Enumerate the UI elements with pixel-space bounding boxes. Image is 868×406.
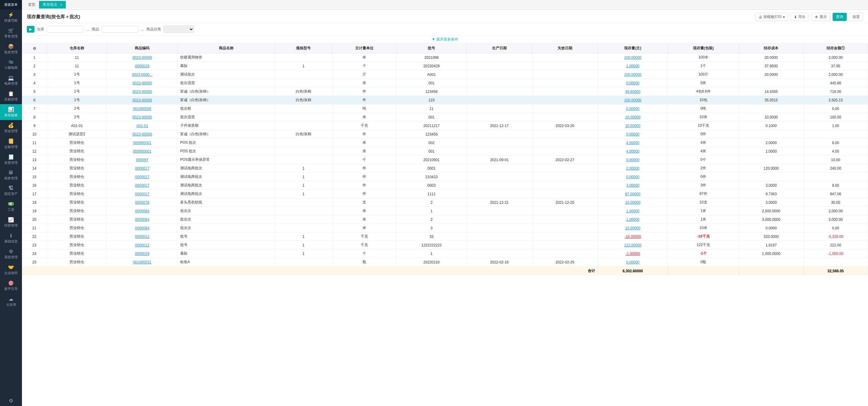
sidebar-item-retail[interactable]: 🛒 零售管理 — [0, 25, 22, 41]
cell-qty-main[interactable]: 100.00000 — [598, 70, 668, 79]
sidebar-item-inventory[interactable]: 📊 库存核算 — [0, 104, 22, 120]
table-row[interactable]: 8 2号 0023-00005 批次适货 米 001 10.00000 10米 … — [22, 113, 868, 122]
col-code[interactable]: 商品编码 — [107, 43, 178, 53]
sidebar-item-tax[interactable]: 🏛 税务管理 — [0, 168, 22, 183]
cell-qty-main[interactable]: 87.00000 — [598, 190, 668, 198]
cell-code[interactable]: 000900001 — [107, 139, 178, 147]
sidebar-item-assets[interactable]: 🏗 固定资产 — [0, 183, 22, 199]
sidebar-item-payroll[interactable]: 💵 工资 — [0, 199, 22, 214]
table-row[interactable]: 1 11 0023-00009 软硬通用物管 米 2021098 100.000… — [22, 53, 868, 62]
sidebar-item-basic-info[interactable]: ℹ 基础信息 — [0, 230, 22, 246]
sidebar-item-wholesale[interactable]: 📦 批发管理 — [0, 41, 22, 57]
print-template-button[interactable]: 🖨 按模板打印 ▾ — [755, 13, 788, 21]
table-row[interactable]: 17 营业销仓 0000017 测试电商批次 1 件 1111 87.00000… — [22, 190, 868, 198]
query-button[interactable]: 查询 — [833, 13, 847, 21]
cell-qty-main[interactable]: 1.00000 — [598, 207, 668, 215]
cell-qty-main[interactable]: 1.00000 — [598, 62, 668, 70]
cell-qty-main[interactable]: 2.00000 — [598, 164, 668, 173]
table-row[interactable]: 16 营业销仓 0000017 测试电商批次 1 件 0003 3.00000 … — [22, 181, 868, 190]
cell-code[interactable]: 0023-00005 — [107, 113, 178, 122]
cell-code[interactable]: 000900001 — [107, 147, 178, 156]
col-spec[interactable]: 规格型号 — [275, 43, 332, 53]
table-row[interactable]: 15 营业销仓 0000017 测试电商批次 1 件 210423 0.0000… — [22, 173, 868, 181]
cell-code[interactable]: 0000084 — [107, 224, 178, 232]
table-row[interactable]: 4 1号 0023-00005 批次适货 米 001 0.00000 0米 44… — [22, 79, 868, 88]
cell-code[interactable]: 001000026 — [107, 104, 178, 113]
tab-current[interactable]: 库存批次 × — [39, 1, 66, 8]
cell-code[interactable]: 0000029 — [107, 249, 178, 258]
table-row[interactable]: 7 2号 001000026 批次框 吨 11 0.00000 0吨 0.00 — [22, 104, 868, 113]
cell-qty-main[interactable]: 0.00000 — [598, 173, 668, 181]
cell-code[interactable]: 0000017 — [107, 164, 178, 173]
table-row[interactable]: 18 营业销仓 0000078 多头黑色软线 支 2 2021-12-21 20… — [22, 198, 868, 207]
table-row[interactable]: 6 1号 0023-00008 富诚（白色/灰棉） 白色/灰棉 件 123 10… — [22, 96, 868, 104]
table-container[interactable]: ⊙ 仓库名称 商品编码 商品名称 规格型号 主计量单位 批号 生产日期 失效日期… — [22, 43, 868, 406]
cell-code[interactable]: 001000031 — [107, 258, 178, 267]
cell-qty-main[interactable]: 1.00000 — [598, 215, 668, 224]
cell-code[interactable]: 0000017 — [107, 181, 178, 190]
table-row[interactable]: 10 测试适货2 0023-00008 富诚（白色/灰棉） 白色/灰棉 件 12… — [22, 130, 868, 139]
category-select[interactable] — [163, 26, 194, 33]
table-row[interactable]: 21 营业销仓 0000084 批次次 米 3 10.00000 10米 0.0… — [22, 224, 868, 232]
cell-code[interactable]: 0000084 — [107, 207, 178, 215]
col-batch[interactable]: 批号 — [396, 43, 466, 53]
table-row[interactable]: 12 营业销仓 000900001 POS 批次 米 001 4.00000 4… — [22, 147, 868, 156]
cell-code[interactable]: 0023-00008 — [107, 96, 178, 104]
sidebar-search[interactable]: 搜索菜单 — [0, 0, 22, 9]
cell-qty-main[interactable]: 0.00000 — [598, 156, 668, 164]
table-row[interactable]: 3 1号 0023-0000... 测试批次 斤 A001 100.00000 … — [22, 70, 868, 79]
cell-qty-main[interactable]: 122.00000 — [598, 241, 668, 249]
cell-code[interactable]: 0000017 — [107, 190, 178, 198]
sidebar-item-ledger[interactable]: 📒 总账管理 — [0, 136, 22, 152]
cell-qty-main[interactable]: 0.00000 — [598, 130, 668, 139]
cell-code[interactable]: 0023-00005 — [107, 88, 178, 96]
cell-qty-main[interactable]: 100.00000 — [598, 96, 668, 104]
warehouse-input[interactable] — [46, 26, 83, 33]
table-row[interactable]: 20 营业销仓 0000084 批次次 米 2 1.00000 1米 3,000… — [22, 215, 868, 224]
cell-code[interactable]: 0023-00005 — [107, 79, 178, 88]
cell-code[interactable]: 0000012 — [107, 232, 178, 241]
cell-code[interactable]: 000097 — [107, 156, 178, 164]
cell-qty-main[interactable]: 10.00000 — [598, 113, 668, 122]
cell-qty-main[interactable]: 0.00000 — [598, 79, 668, 88]
tab-close-button[interactable]: × — [60, 3, 62, 6]
sidebar-item-guide[interactable]: 🎯 新手引导 — [0, 278, 22, 294]
col-cost[interactable]: 结存成本 — [739, 43, 803, 53]
sidebar-item-invoice[interactable]: 🧾 发票管理 — [0, 152, 22, 168]
cell-qty-main[interactable]: 10.00000 — [598, 198, 668, 207]
col-qty-main[interactable]: 现存量(主) — [598, 43, 668, 53]
cell-code[interactable]: 0000017 — [107, 173, 178, 181]
col-proddate[interactable]: 生产日期 — [466, 43, 532, 53]
table-row[interactable]: 13 营业销仓 000097 POS显示率保异常 个 20210901 2021… — [22, 156, 868, 164]
cell-qty-main[interactable]: 0.00000 — [598, 258, 668, 267]
table-row[interactable]: 5 1号 0023-00005 富诚（白色/灰棉） 白色/灰棉 件 123456… — [22, 88, 868, 96]
cell-code[interactable]: 0023-00009 — [107, 53, 178, 62]
cell-code[interactable]: 0000012 — [107, 241, 178, 249]
cell-qty-main[interactable]: 100.00000 — [598, 53, 668, 62]
expand-conditions-button[interactable]: ▼ 展开更多条件 — [432, 37, 458, 42]
sidebar-item-purchase[interactable]: 📋 采购管理 — [0, 88, 22, 104]
settings-button[interactable]: 设置 — [849, 13, 863, 21]
col-expdate[interactable]: 失效日期 — [532, 43, 597, 53]
sidebar-item-quicknav[interactable]: ⚡ 快捷导航 — [0, 9, 22, 25]
filter-toggle-button[interactable]: ▶ — [27, 26, 34, 33]
cell-qty-main[interactable]: 4.00000 — [598, 147, 668, 156]
display-button[interactable]: 👁 显示 — [811, 13, 830, 21]
table-row[interactable]: 2 11 0000029 幕际 1 个 20220429 1.00000 1个 … — [22, 62, 868, 70]
tab-home[interactable]: 首页 — [24, 1, 39, 8]
sidebar-item-collab[interactable]: 🤝 企业协同 — [0, 262, 22, 278]
cell-code[interactable]: 0000078 — [107, 198, 178, 207]
cell-qty-main[interactable]: -1.00000 — [598, 249, 668, 258]
cell-qty-main[interactable]: 4.00000 — [598, 139, 668, 147]
col-amount[interactable]: 结存金额① — [803, 43, 868, 53]
cell-qty-main[interactable]: 0.00000 — [598, 104, 668, 113]
sidebar-item-system[interactable]: ⚙ 系统管理 — [0, 246, 22, 262]
col-name[interactable]: 商品名称 — [178, 43, 275, 53]
sidebar-item-ecommerce[interactable]: 💻 电商管理 — [0, 72, 22, 88]
cell-code[interactable]: A01-01 — [107, 122, 178, 130]
col-unit[interactable]: 主计量单位 — [332, 43, 396, 53]
table-row[interactable]: 14 营业销仓 0000017 测试电商批次 1 件 0001 2.00000 … — [22, 164, 868, 173]
sidebar-item-finance[interactable]: 💰 资金管理 — [0, 120, 22, 136]
table-row[interactable]: 11 营业销仓 000900001 POS 批次 米 002 4.00000 4… — [22, 139, 868, 147]
col-qty-pkg[interactable]: 现存量(包装) — [668, 43, 739, 53]
